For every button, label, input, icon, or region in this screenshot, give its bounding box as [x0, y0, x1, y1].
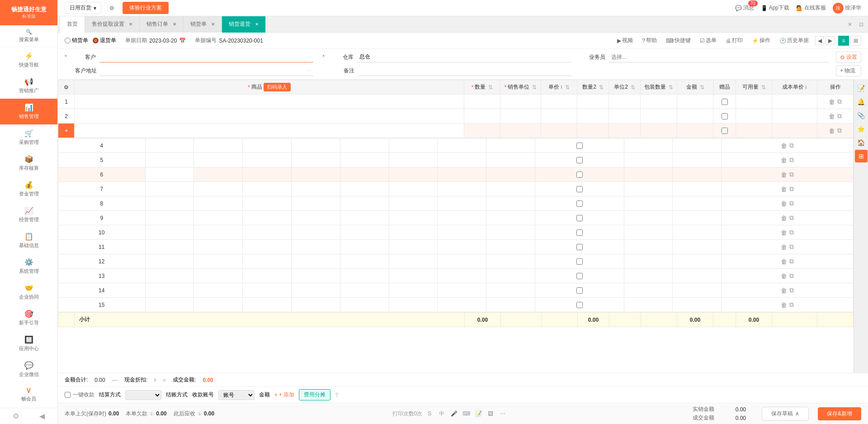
pack-cell[interactable]	[438, 269, 486, 283]
tab-sales-delivery[interactable]: 销货单 ✕	[184, 16, 222, 33]
copy-icon[interactable]: ⧉	[789, 200, 794, 207]
delete-icon[interactable]: 🗑	[781, 200, 787, 207]
pack-cell[interactable]	[438, 138, 486, 153]
tab-price-settings-close[interactable]: ✕	[129, 22, 132, 27]
tab-price-settings[interactable]: 售价提取设置 ✕	[85, 16, 140, 33]
delete-icon[interactable]: 🗑	[781, 171, 787, 178]
delete-icon[interactable]: 🗑	[781, 142, 787, 149]
price-cell[interactable]	[291, 167, 340, 182]
calendar-icon[interactable]: 📅	[179, 38, 186, 44]
gift-checkbox[interactable]	[576, 258, 583, 265]
price-cell[interactable]	[291, 254, 340, 269]
unit2-sort-icon[interactable]: ⇅	[631, 84, 635, 91]
copy-icon[interactable]: ⧉	[789, 257, 794, 265]
online-service-btn[interactable]: 💁 在线客服	[796, 4, 826, 12]
pack-cell[interactable]	[438, 153, 486, 167]
avail-cell[interactable]	[624, 254, 673, 269]
copy-icon[interactable]: ⧉	[789, 243, 794, 251]
goods-cell[interactable]	[145, 211, 194, 225]
unit2-cell[interactable]	[389, 196, 438, 211]
qty-cell[interactable]	[464, 95, 500, 109]
gift-cell[interactable]	[535, 182, 624, 196]
copy-icon[interactable]: ⧉	[789, 185, 794, 193]
cost-cell[interactable]	[673, 196, 722, 211]
shortcut-btn[interactable]: ⌨ 快捷键	[663, 35, 693, 46]
gift-checkbox[interactable]	[576, 157, 583, 163]
unit2-cell[interactable]	[389, 211, 438, 225]
qty-cell[interactable]	[194, 167, 243, 182]
copy-icon[interactable]: ⧉	[837, 98, 842, 105]
goods-cell[interactable]	[145, 254, 194, 269]
qty2-cell-active[interactable]	[577, 124, 609, 138]
one-key-checkbox[interactable]	[65, 392, 71, 398]
sidebar-item-search-menu[interactable]: 🔍 搜索菜单	[0, 25, 57, 47]
qty2-cell[interactable]	[340, 153, 389, 167]
price-cell[interactable]	[291, 153, 340, 167]
amount-cell[interactable]	[486, 196, 535, 211]
unit2-cell[interactable]	[389, 269, 438, 283]
next-page-btn[interactable]: ▶	[826, 36, 835, 45]
keyboard-icon[interactable]: ⌨	[461, 409, 471, 419]
unit2-cell[interactable]	[389, 298, 438, 312]
pack-sort-icon[interactable]: ⇅	[669, 84, 673, 91]
unit-cell[interactable]	[243, 298, 292, 312]
qty2-cell[interactable]	[340, 269, 389, 283]
qty-sort-icon[interactable]: ⇅	[488, 84, 493, 91]
price-cell[interactable]	[291, 196, 340, 211]
pack-cell[interactable]	[438, 182, 486, 196]
sidebar-item-finance[interactable]: 💰 资金管理	[0, 176, 57, 202]
copy-icon[interactable]: ⧉	[837, 112, 842, 120]
price-cell[interactable]	[291, 182, 340, 196]
radio-delivery-input[interactable]	[65, 38, 71, 43]
amount-cell[interactable]	[677, 109, 713, 124]
sougou-icon[interactable]: S	[425, 409, 434, 419]
unit-cell[interactable]	[243, 225, 292, 240]
unit-cell-active[interactable]	[500, 124, 541, 138]
goods-cell[interactable]	[145, 182, 194, 196]
price-cell[interactable]	[291, 225, 340, 240]
amount-cell[interactable]	[486, 138, 535, 153]
gear-th-icon[interactable]: ⚙	[64, 84, 69, 91]
copy-icon[interactable]: ⧉	[789, 286, 794, 294]
price-cell-active[interactable]	[541, 124, 577, 138]
qty-cell[interactable]	[194, 240, 243, 254]
sidebar-item-sys-mgmt[interactable]: ⚙️ 系统管理	[0, 253, 57, 279]
cost-cell[interactable]	[673, 211, 722, 225]
unit-cell[interactable]	[243, 153, 292, 167]
tab-sales-order-close[interactable]: ✕	[173, 22, 176, 27]
pack-cell[interactable]	[438, 167, 486, 182]
pack-cell[interactable]	[641, 109, 677, 124]
qty-cell[interactable]	[194, 298, 243, 312]
rs-icon-6[interactable]: ⊞	[855, 150, 868, 162]
radio-delivery[interactable]: 销货单	[65, 37, 88, 44]
amount-cell[interactable]	[486, 298, 535, 312]
warehouse-input[interactable]: 总仓 ···	[357, 52, 571, 62]
goods-input-active[interactable]	[78, 128, 460, 134]
one-key-payment[interactable]: 一键收款	[65, 391, 94, 399]
remark-input[interactable]	[358, 65, 571, 76]
goods-cell-active[interactable]	[75, 124, 464, 138]
amount-cell[interactable]	[486, 211, 535, 225]
gift-checkbox[interactable]	[722, 113, 728, 119]
add-logistics-btn[interactable]: + 物流	[836, 65, 861, 76]
gift-checkbox[interactable]	[722, 99, 728, 105]
copy-icon[interactable]: ⧉	[789, 142, 794, 149]
avail-cell[interactable]	[624, 240, 673, 254]
salesperson-text-input[interactable]	[611, 54, 821, 60]
unit2-cell[interactable]	[389, 153, 438, 167]
unit2-cell[interactable]	[389, 167, 438, 182]
avail-sort-icon[interactable]: ⇅	[761, 84, 766, 91]
prev-page-btn[interactable]: ◀	[815, 36, 824, 45]
qty2-cell[interactable]	[340, 211, 389, 225]
sidebar-item-marketing[interactable]: 📢 营销推广	[0, 73, 57, 99]
qty2-cell[interactable]	[340, 167, 389, 182]
sidebar-item-operations[interactable]: 📈 经营管理	[0, 202, 57, 228]
copy-icon[interactable]: ⧉	[789, 272, 794, 280]
avail-cell[interactable]	[624, 283, 673, 298]
header-settings-btn[interactable]: ⚙	[106, 3, 118, 13]
unit-sort-icon[interactable]: ⇅	[532, 84, 537, 91]
qty2-cell[interactable]	[577, 95, 609, 109]
app-download-btn[interactable]: 📱 App下载	[761, 4, 789, 12]
goods-cell[interactable]	[145, 225, 194, 240]
amount-cell[interactable]	[486, 182, 535, 196]
